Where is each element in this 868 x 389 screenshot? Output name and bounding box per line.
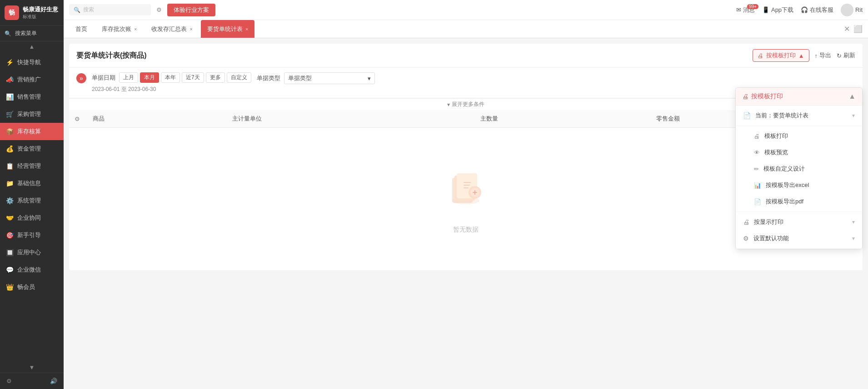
dropdown-items-section: 🖨 模板打印 👁 模板预览 ✏ 模板自定义设计 📊 按模板导出excel 📄: [736, 126, 862, 212]
sidebar-item-operation[interactable]: 📋 经营管理: [0, 157, 64, 175]
sidebar-item-quick-nav[interactable]: ⚡ 快捷导航: [0, 54, 64, 71]
sidebar-item-label: 新手引导: [17, 231, 41, 239]
trial-button[interactable]: 体验行业方案: [167, 4, 215, 16]
settings-icon[interactable]: ⚙: [6, 378, 12, 384]
sidebar-item-wechat[interactable]: 💬 企业微信: [0, 261, 64, 278]
page-title: 要货单统计表(按商品): [76, 51, 147, 61]
table-col-quantity: 主数量: [475, 110, 651, 128]
date-btn-this-year[interactable]: 本年: [161, 72, 180, 83]
dropdown-template-print[interactable]: 🖨 模板打印: [736, 128, 862, 144]
audio-icon[interactable]: 🔊: [50, 378, 57, 384]
sidebar-item-finance[interactable]: 💰 资金管理: [0, 140, 64, 157]
export-excel-label: 按模板导出excel: [766, 181, 809, 189]
order-type-value: 单据类型: [288, 74, 312, 82]
dropdown-close-button[interactable]: ▲: [848, 92, 856, 101]
sidebar-item-label: 销售管理: [17, 93, 41, 101]
sidebar-search[interactable]: 🔍 搜索菜单: [0, 26, 64, 41]
sidebar-item-system[interactable]: ⚙️ 系统管理: [0, 192, 64, 209]
expand-label: 展开更多条件: [452, 101, 484, 108]
topbar-search[interactable]: 🔍 搜索: [69, 4, 151, 15]
sidebar-item-label: 系统管理: [17, 197, 41, 205]
page-header-actions: 🖨 按模板打印 ▲ ↑ 导出 ↻ 刷新: [753, 49, 855, 62]
template-preview-icon: 👁: [754, 149, 760, 156]
topbar-search-icon: 🔍: [74, 7, 80, 13]
tab-maximize-icon[interactable]: ⬜: [853, 25, 863, 33]
operation-icon: 📋: [5, 162, 14, 170]
sidebar-item-purchase[interactable]: 🛒 采购管理: [0, 106, 64, 123]
order-type-chevron: ▾: [368, 75, 371, 82]
dropdown-template-custom[interactable]: ✏ 模板自定义设计: [736, 161, 862, 177]
tab-order-close[interactable]: ×: [245, 26, 248, 32]
table-col-settings: ⚙: [69, 110, 87, 128]
date-btn-this-month[interactable]: 本月: [140, 72, 159, 83]
template-preview-label: 模板预览: [764, 148, 788, 157]
tab-batch-account[interactable]: 库存批次账 ×: [95, 20, 143, 38]
date-btn-7days[interactable]: 近7天: [182, 72, 204, 83]
export-button[interactable]: ↑ 导出: [815, 51, 832, 60]
sidebar-scroll-up[interactable]: ▲: [0, 41, 64, 52]
filter-toggle-button[interactable]: »: [76, 73, 86, 83]
date-buttons: 上月 本月 本年 近7天 更多 自定义: [119, 72, 251, 83]
tab-home[interactable]: 首页: [69, 20, 94, 38]
print-template-button[interactable]: 🖨 按模板打印 ▲: [753, 49, 809, 62]
sidebar-search-label: 搜索菜单: [15, 30, 37, 37]
date-btn-last-month[interactable]: 上月: [119, 72, 138, 83]
export-pdf-icon: 📄: [754, 198, 761, 205]
template-print-icon: 🖨: [754, 133, 760, 140]
dropdown-default-func[interactable]: ⚙ 设置默认功能 ▾: [736, 230, 862, 247]
order-type-select[interactable]: 单据类型 ▾: [284, 72, 375, 84]
refresh-icon: ↻: [837, 52, 842, 59]
tab-collect-label: 收发存汇总表: [151, 25, 187, 33]
sidebar-footer: ⚙ 🔊: [0, 373, 64, 389]
order-type-label: 单据类型: [257, 74, 280, 82]
dropdown-display-print[interactable]: 🖨 按显示打印 ▾: [736, 214, 862, 230]
app-download-icon: 📱: [762, 6, 769, 13]
date-btn-custom[interactable]: 自定义: [227, 72, 251, 83]
refresh-button[interactable]: ↻ 刷新: [837, 51, 855, 60]
topbar-gear-icon[interactable]: ⚙: [155, 5, 164, 15]
page-content: 要货单统计表(按商品) 🖨 按模板打印 ▲ ↑ 导出 ↻ 刷新: [64, 38, 868, 389]
dropdown-template-preview[interactable]: 👁 模板预览: [736, 144, 862, 161]
sidebar-item-inventory[interactable]: 📦 库存核算: [0, 123, 64, 140]
dropdown-header: 🖨 按模板打印 ▲: [736, 88, 862, 106]
sidebar-item-apps[interactable]: 🔲 应用中心: [0, 244, 64, 261]
enterprise-icon: 🤝: [5, 214, 14, 222]
marketing-icon: 📣: [5, 76, 14, 83]
sidebar-item-basic[interactable]: 📁 基础信息: [0, 175, 64, 192]
sidebar-scroll-down[interactable]: ▼: [0, 362, 64, 373]
sidebar-item-enterprise[interactable]: 🤝 企业协同: [0, 209, 64, 227]
dropdown-export-pdf[interactable]: 📄 按模板导出pdf: [736, 193, 862, 210]
current-template-item[interactable]: 📄 当前：要货单统计表 ▾: [736, 107, 862, 124]
tab-close-all-icon[interactable]: ✕: [844, 25, 850, 33]
inventory-icon: 📦: [5, 128, 14, 135]
tab-collect-summary[interactable]: 收发存汇总表 ×: [145, 20, 199, 38]
topbar-right: ✉ 消息 99+ 📱 App下载 🎧 在线客服 Rit: [736, 4, 863, 16]
date-btn-more[interactable]: 更多: [206, 72, 225, 83]
sidebar-item-guide[interactable]: 🎯 新手引导: [0, 227, 64, 244]
online-service-button[interactable]: 🎧 在线客服: [801, 6, 833, 14]
sidebar-item-member[interactable]: 👑 畅会员: [0, 278, 64, 296]
tab-collect-close[interactable]: ×: [190, 26, 192, 32]
dropdown-export-excel[interactable]: 📊 按模板导出excel: [736, 177, 862, 193]
messages-button[interactable]: ✉ 消息 99+: [736, 6, 755, 14]
empty-text: 暂无数据: [453, 226, 479, 234]
table-settings-icon[interactable]: ⚙: [75, 116, 80, 122]
service-icon: 🎧: [801, 6, 808, 13]
sidebar-item-label: 采购管理: [17, 110, 41, 118]
user-avatar-area[interactable]: Rit: [841, 4, 863, 16]
default-func-chevron: ▾: [852, 235, 855, 242]
sidebar: 畅 畅康通好生意 标准版 🔍 搜索菜单 ▲ ⚡ 快捷导航 📣 营销推广 📊 销售…: [0, 0, 64, 389]
topbar: 🔍 搜索 ⚙ 体验行业方案 ✉ 消息 99+ 📱 App下载 🎧 在线客服 Ri…: [64, 0, 868, 20]
basic-icon: 📁: [5, 180, 14, 187]
current-template-label: 当前：要货单统计表: [755, 111, 808, 120]
date-range-text: 2023-06-01 至 2023-06-30: [92, 86, 156, 93]
app-download-button[interactable]: 📱 App下载: [762, 6, 793, 14]
sidebar-item-marketing[interactable]: 📣 营销推广: [0, 71, 64, 88]
tab-order-stats[interactable]: 要货单统计表 ×: [201, 20, 254, 38]
export-label: 导出: [819, 51, 831, 60]
sidebar-item-label: 基础信息: [17, 179, 41, 187]
tab-batch-close[interactable]: ×: [134, 26, 137, 32]
tabbar: 首页 库存批次账 × 收发存汇总表 × 要货单统计表 × ✕ ⬜: [64, 20, 868, 38]
refresh-label: 刷新: [843, 51, 855, 60]
sidebar-item-sales[interactable]: 📊 销售管理: [0, 88, 64, 106]
